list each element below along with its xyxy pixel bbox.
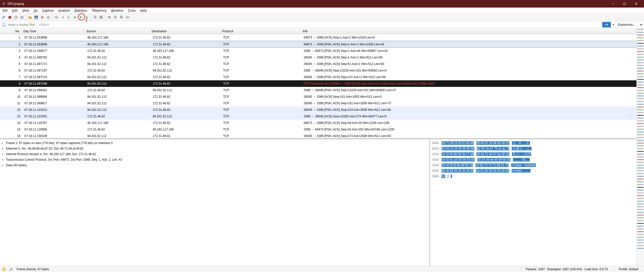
column-info[interactable]: Info <box>301 28 636 34</box>
display-filter-input[interactable] <box>7 22 602 27</box>
table-row[interactable]: 307:16:11.059077172.31.46.8246.183.117.1… <box>0 48 636 54</box>
table-row[interactable]: 1007:16:11.08898494.201.52.112172.31.46.… <box>0 93 636 100</box>
svg-line-26 <box>110 18 111 19</box>
reload-icon[interactable] <box>46 15 51 20</box>
tree-node[interactable]: ▸Transmission Control Protocol, Src Port… <box>2 157 427 162</box>
maximize-button[interactable] <box>619 0 630 8</box>
hex-line[interactable]: 0050 68 3d 68 65 6c 6c 6f 0d 0a 01 00 08… <box>432 168 634 174</box>
menu-help[interactable]: Help <box>140 9 147 12</box>
edit-capture-icon[interactable] <box>9 267 13 271</box>
hex-line[interactable]: 0000 06 71 09 cb f8 02 06 48 80 e6 d7 20… <box>432 140 634 146</box>
start-capture-icon[interactable] <box>1 15 7 20</box>
menu-telephony[interactable]: Telephony <box>92 9 107 12</box>
chevron-right-icon[interactable]: ▸ <box>2 146 5 151</box>
save-file-icon[interactable] <box>33 15 39 20</box>
zoom-reset-icon[interactable]: 1 <box>119 15 124 20</box>
tree-node[interactable]: ▸Frame 2: 97 bytes on wire (776 bits), 9… <box>2 140 427 146</box>
hex-line[interactable]: 0060 00 . <box>432 174 634 179</box>
packet-list-header[interactable]: No Day Time Source Destination Protocol … <box>0 28 636 34</box>
menu-edit[interactable]: Edit <box>12 9 18 12</box>
capture-options-icon[interactable] <box>19 15 25 20</box>
chevron-right-icon[interactable]: ▸ <box>2 157 5 162</box>
table-row[interactable]: 607:16:11.087197172.31.46.8294.201.52.11… <box>0 67 636 74</box>
column-no[interactable]: No <box>0 28 21 34</box>
table-row[interactable]: 1307:16:11.101552172.31.46.8294.201.52.1… <box>0 113 636 120</box>
column-protocol[interactable]: Protocol <box>220 28 301 34</box>
zoom-in-icon[interactable] <box>107 15 112 20</box>
column-destination[interactable]: Destination <box>150 28 220 34</box>
svg-line-13 <box>57 18 58 19</box>
table-row[interactable]: 1207:16:11.10151294.201.52.112172.31.46.… <box>0 107 636 113</box>
packet-details-tree[interactable]: ▸Frame 2: 97 bytes on wire (776 bits), 9… <box>0 139 430 266</box>
hex-line[interactable]: 0010 00 53 c4 29 40 00 65 06 d2 94 2e b7… <box>432 146 634 151</box>
zoom-out-icon[interactable] <box>113 15 118 20</box>
close-button[interactable] <box>630 0 642 8</box>
resize-columns-icon[interactable] <box>125 15 130 20</box>
expression-button[interactable]: Expression... <box>615 22 638 27</box>
open-file-icon[interactable] <box>27 15 33 20</box>
find-packet-icon[interactable] <box>54 15 59 20</box>
tree-node[interactable]: ▸Internet Protocol Version 4, Src: 46.18… <box>2 151 427 157</box>
go-last-icon[interactable] <box>84 15 90 20</box>
table-row[interactable]: 1607:16:11.15610994.201.52.112172.31.46.… <box>0 133 636 138</box>
app-icon <box>2 2 6 6</box>
menu-view[interactable]: View <box>22 9 29 12</box>
table-row[interactable]: 1107:16:11.08981794.201.52.112172.31.46.… <box>0 100 636 107</box>
status-field-info: Frame (frame), 97 bytes <box>17 267 49 271</box>
status-profile[interactable]: Profile: Default <box>615 267 642 271</box>
packet-minimap[interactable] <box>636 28 644 266</box>
column-time[interactable]: Day Time <box>21 28 84 34</box>
toolbar-separator <box>91 15 91 20</box>
menu-file[interactable]: File <box>3 9 8 12</box>
menu-capture[interactable]: Capture <box>42 9 54 12</box>
table-row[interactable]: 807:16:11.08728694.201.52.112172.31.46.8… <box>0 80 636 87</box>
svg-rect-1 <box>624 3 626 5</box>
go-first-icon[interactable] <box>78 15 84 20</box>
table-row[interactable]: 1507:16:11.120985172.31.46.8246.183.117.… <box>0 126 636 133</box>
table-row[interactable]: 707:16:11.08721494.201.52.112172.31.46.8… <box>0 74 636 80</box>
filter-history-dropdown[interactable]: ▾ <box>611 22 615 27</box>
chevron-right-icon[interactable]: ▸ <box>2 162 5 168</box>
tree-node[interactable]: ▸Ethernet II, Src: 06:48:80:e6:d7:20, Ds… <box>2 146 427 151</box>
add-filter-button[interactable]: + <box>638 22 644 27</box>
toolbar-separator <box>105 15 105 20</box>
packet-bytes-hex[interactable]: 0000 06 71 09 cb f8 02 06 48 80 e6 d7 20… <box>430 139 636 266</box>
go-forward-icon[interactable] <box>66 15 71 20</box>
restart-capture-icon[interactable] <box>13 15 19 20</box>
menu-analyze[interactable]: Analyze <box>58 9 70 12</box>
status-packet-count: Packets: 1097 · Displayed: 1097 (100.0%)… <box>522 267 611 271</box>
toolbar: 1 2 <box>0 14 644 21</box>
svg-line-32 <box>122 18 123 19</box>
hex-line[interactable]: 0020 2e 52 fd 69 0d 3d c7 a9 b5 de 21 e9… <box>432 151 634 157</box>
expert-info-icon[interactable] <box>2 267 6 271</box>
chevron-right-icon[interactable]: ▸ <box>2 151 5 157</box>
column-source[interactable]: Source <box>84 28 150 34</box>
chevron-right-icon[interactable]: ▸ <box>2 140 5 146</box>
close-file-icon[interactable] <box>39 15 45 20</box>
table-row[interactable]: 207:16:11.05388646.183.117.188172.31.46.… <box>0 41 636 48</box>
apply-filter-button[interactable] <box>602 22 611 27</box>
go-back-icon[interactable] <box>60 15 65 20</box>
table-row[interactable]: 407:16:11.08678294.201.52.112172.31.46.8… <box>0 54 636 61</box>
status-bar: Frame (frame), 97 bytes Packets: 1097 · … <box>0 266 644 272</box>
hex-line[interactable]: 0040 00 43 6f 6f 6b 69 65 3a 20 6d 73 74… <box>432 162 634 168</box>
bookmark-icon[interactable] <box>1 22 7 27</box>
auto-scroll-icon[interactable] <box>92 15 98 20</box>
stop-capture-icon[interactable] <box>7 15 13 20</box>
go-to-packet-icon[interactable] <box>72 15 77 20</box>
table-row[interactable]: 1407:16:11.11679746.183.117.188172.31.46… <box>0 120 636 126</box>
menu-statistics[interactable]: Statistics <box>74 9 87 12</box>
svg-rect-18 <box>94 17 96 17</box>
svg-rect-19 <box>94 18 96 18</box>
tree-node[interactable]: ▸Data (43 bytes) <box>2 162 427 168</box>
svg-rect-21 <box>100 17 103 18</box>
table-row[interactable]: 507:16:11.08717294.201.52.112172.31.46.8… <box>0 61 636 67</box>
hex-line[interactable]: 0030 04 02 b1 a0 00 00 03 00 00 2b 26 e0… <box>432 157 634 162</box>
colorize-icon[interactable] <box>98 15 104 20</box>
menu-tools[interactable]: Tools <box>128 9 136 12</box>
table-row[interactable]: 107:16:11.05388646.183.117.188172.31.46.… <box>0 34 636 41</box>
menu-go[interactable]: Go <box>34 9 38 12</box>
table-row[interactable]: 907:16:11.088342172.31.46.8294.201.52.11… <box>0 87 636 93</box>
minimize-button[interactable] <box>607 0 619 8</box>
menu-wireless[interactable]: Wireless <box>111 9 124 12</box>
